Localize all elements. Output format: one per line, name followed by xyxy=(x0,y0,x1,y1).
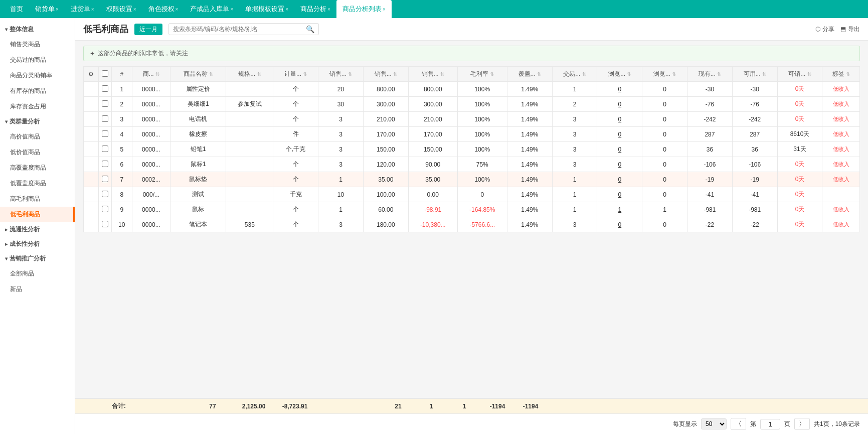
sidebar-item-low-value[interactable]: 低价值商品 xyxy=(0,144,75,160)
row-checkbox[interactable] xyxy=(102,85,108,92)
sidebar-item-stock-products[interactable]: 有库存的商品 xyxy=(0,83,75,99)
sidebar-item-stock-funds[interactable]: 库存资金占用 xyxy=(0,99,75,114)
cell-view1[interactable]: 0 xyxy=(597,127,642,142)
row-checkbox[interactable] xyxy=(102,161,108,167)
cell-checkbox[interactable] xyxy=(99,97,112,112)
cell-code: 0000... xyxy=(132,127,170,142)
sidebar-item-all-products[interactable]: 全部商品 xyxy=(0,266,75,281)
row-checkbox[interactable] xyxy=(102,100,108,107)
sidebar-group-overall[interactable]: ▾ 整体信息 xyxy=(0,22,75,37)
row-checkbox[interactable] xyxy=(102,206,108,212)
next-page-button[interactable]: 〉 xyxy=(794,418,810,430)
col-trade[interactable]: 交易... ⇅ xyxy=(552,67,597,82)
col-code[interactable]: 商... ⇅ xyxy=(132,67,170,82)
cell-view1[interactable]: 0 xyxy=(597,112,642,127)
row-checkbox[interactable] xyxy=(102,130,108,137)
cell-checkbox[interactable] xyxy=(99,202,112,217)
close-icon[interactable]: × xyxy=(285,7,288,12)
nav-sales-order[interactable]: 销货单 × xyxy=(29,0,65,18)
sidebar-group-growth[interactable]: ▸ 成长性分析 xyxy=(0,237,75,251)
sidebar-item-sales-products[interactable]: 销售类商品 xyxy=(0,37,75,52)
cell-checkbox[interactable] xyxy=(99,82,112,97)
sidebar-item-low-margin[interactable]: 低毛利商品 xyxy=(0,207,75,222)
filter-button[interactable]: 近一月 xyxy=(134,24,162,35)
cell-checkbox[interactable] xyxy=(99,112,112,127)
nav-template-settings[interactable]: 单据模板设置 × xyxy=(239,0,294,18)
cell-view1[interactable]: 0 xyxy=(597,97,642,112)
nav-purchase-order[interactable]: 进货单 × xyxy=(65,0,100,18)
page-input[interactable] xyxy=(760,419,780,429)
cell-checkbox[interactable] xyxy=(99,172,112,187)
close-icon[interactable]: × xyxy=(56,7,59,12)
col-unit[interactable]: 计量... ⇅ xyxy=(273,67,318,82)
prev-page-button[interactable]: 〈 xyxy=(731,418,746,430)
sidebar-group-marketing[interactable]: ▾ 营销推广分析 xyxy=(0,251,75,266)
col-sales-amt[interactable]: 销售... ⇅ xyxy=(363,67,408,82)
per-page-select[interactable]: 50 100 200 xyxy=(701,418,727,429)
col-gross-rate[interactable]: 毛利率 ⇅ xyxy=(457,67,507,82)
cell-view1[interactable]: 1 xyxy=(597,202,642,217)
cell-saleable: 0天 xyxy=(777,202,822,217)
row-checkbox[interactable] xyxy=(102,221,108,227)
sidebar-item-traded-products[interactable]: 交易过的商品 xyxy=(0,52,75,68)
nav-home[interactable]: 首页 xyxy=(4,0,29,18)
search-input[interactable] xyxy=(173,26,306,33)
sidebar-item-low-coverage[interactable]: 低覆盖度商品 xyxy=(0,176,75,191)
cell-checkbox[interactable] xyxy=(99,127,112,142)
close-icon[interactable]: × xyxy=(383,7,386,12)
cell-view1[interactable]: 0 xyxy=(597,82,642,97)
row-checkbox[interactable] xyxy=(102,115,108,122)
nav-permissions[interactable]: 权限设置 × xyxy=(100,0,142,18)
col-view1[interactable]: 浏览... ⇅ xyxy=(597,67,642,82)
close-icon[interactable]: × xyxy=(91,7,94,12)
col-sales-profit[interactable]: 销售... ⇅ xyxy=(408,67,457,82)
col-coverage[interactable]: 覆盖... ⇅ xyxy=(507,67,552,82)
close-icon[interactable]: × xyxy=(133,7,136,12)
close-icon[interactable]: × xyxy=(230,7,233,12)
sidebar-item-category-rate[interactable]: 商品分类助销率 xyxy=(0,68,75,83)
cell-view1[interactable]: 0 xyxy=(597,172,642,187)
nav-finished-goods[interactable]: 产成品入库单 × xyxy=(184,0,239,18)
nav-product-analysis-list[interactable]: 商品分析列表 × xyxy=(336,0,392,18)
col-name[interactable]: 商品名称 ⇅ xyxy=(170,67,226,82)
share-button[interactable]: ⬡ 分享 xyxy=(815,25,834,34)
sidebar-item-new-products[interactable]: 新品 xyxy=(0,281,75,297)
cell-checkbox[interactable] xyxy=(99,217,112,232)
col-tag[interactable]: 标签 ⇅ xyxy=(822,67,860,82)
cell-code: 0000... xyxy=(132,112,170,127)
sidebar-group-cluster[interactable]: ▾ 类群量分析 xyxy=(0,114,75,129)
cell-code: 0000... xyxy=(132,202,170,217)
close-icon[interactable]: × xyxy=(176,7,179,12)
export-button[interactable]: ⬒ 导出 xyxy=(840,25,860,34)
col-settings[interactable]: ⚙ xyxy=(84,67,99,82)
row-checkbox[interactable] xyxy=(102,191,108,197)
cell-spec xyxy=(226,82,273,97)
cell-view1[interactable]: 0 xyxy=(597,142,642,157)
cell-view1[interactable]: 0 xyxy=(597,217,642,232)
cell-sales-qty: 3 xyxy=(318,127,364,142)
row-checkbox[interactable] xyxy=(102,146,108,152)
nav-role-auth[interactable]: 角色授权 × xyxy=(142,0,185,18)
cell-sales-amt: 35.00 xyxy=(363,172,408,187)
col-current[interactable]: 现有... ⇅ xyxy=(687,67,733,82)
col-spec[interactable]: 规格... ⇅ xyxy=(226,67,273,82)
col-saleable[interactable]: 可销... ⇅ xyxy=(777,67,822,82)
cell-checkbox[interactable] xyxy=(99,157,112,172)
col-available[interactable]: 可用... ⇅ xyxy=(732,67,777,82)
close-icon[interactable]: × xyxy=(327,7,330,12)
row-checkbox[interactable] xyxy=(102,176,108,182)
sidebar-group-circulation[interactable]: ▸ 流通性分析 xyxy=(0,222,75,237)
cell-no: 1 xyxy=(112,82,132,97)
nav-product-analysis[interactable]: 商品分析 × xyxy=(294,0,336,18)
cell-checkbox[interactable] xyxy=(99,187,112,202)
cell-view1[interactable]: 0 xyxy=(597,157,642,172)
cell-view1[interactable]: 0 xyxy=(597,187,642,202)
col-view2[interactable]: 浏览... ⇅ xyxy=(642,67,687,82)
col-check-all[interactable] xyxy=(99,67,112,82)
cell-checkbox[interactable] xyxy=(99,142,112,157)
sidebar-item-high-margin[interactable]: 高毛利商品 xyxy=(0,191,75,207)
sidebar-item-high-coverage[interactable]: 高覆盖度商品 xyxy=(0,160,75,176)
check-all-checkbox[interactable] xyxy=(102,70,108,77)
sidebar-item-high-value[interactable]: 高价值商品 xyxy=(0,129,75,144)
col-sales-qty[interactable]: 销售... ⇅ xyxy=(318,67,364,82)
